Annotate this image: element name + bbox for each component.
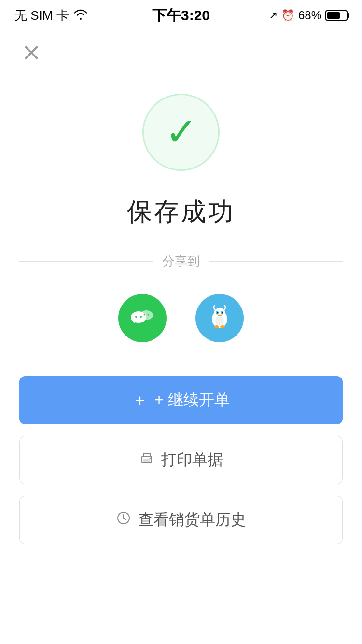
share-divider: 分享到 [19, 253, 343, 270]
svg-point-15 [220, 325, 225, 328]
share-label: 分享到 [162, 253, 200, 270]
print-button[interactable]: 打印单据 [19, 436, 343, 484]
action-buttons: ＋ + 继续开单 打印单据 查看销货单历史 [19, 376, 343, 544]
main-content: ✓ 保存成功 分享到 [0, 74, 362, 644]
view-history-button[interactable]: 查看销货单历史 [19, 496, 343, 544]
location-icon: ↗ [269, 9, 278, 22]
svg-point-5 [148, 314, 149, 316]
svg-point-1 [139, 310, 153, 320]
status-bar-time: 下午3:20 [152, 6, 210, 26]
battery-fill [327, 12, 340, 19]
divider-left [19, 261, 153, 262]
qq-icon [205, 304, 234, 333]
battery-bar [325, 10, 348, 21]
success-icon-circle: ✓ [142, 94, 220, 171]
status-bar: 无 SIM 卡 下午3:20 ↗ ⏰ 68% [0, 0, 362, 31]
share-icons-row [118, 294, 244, 342]
svg-point-13 [215, 316, 224, 325]
svg-point-18 [150, 458, 151, 459]
view-history-label: 查看销货单历史 [138, 509, 246, 531]
continue-order-label: + 继续开单 [154, 390, 230, 411]
wifi-icon [74, 8, 87, 23]
status-bar-right: ↗ ⏰ 68% [269, 9, 348, 22]
wechat-icon [128, 304, 157, 333]
svg-point-11 [222, 312, 223, 314]
alarm-icon: ⏰ [281, 9, 294, 22]
svg-point-10 [217, 312, 219, 314]
svg-point-2 [135, 316, 137, 318]
status-bar-left: 无 SIM 卡 [14, 7, 87, 24]
print-label: 打印单据 [161, 449, 223, 471]
svg-rect-17 [143, 459, 150, 462]
carrier-label: 无 SIM 卡 [14, 7, 69, 24]
svg-point-4 [144, 314, 145, 316]
printer-icon [139, 450, 154, 470]
divider-right [209, 261, 343, 262]
plus-icon: ＋ [132, 390, 148, 411]
wechat-share-button[interactable] [118, 294, 167, 342]
svg-point-14 [214, 325, 219, 328]
continue-order-button[interactable]: ＋ + 继续开单 [19, 376, 343, 424]
svg-point-3 [140, 316, 142, 318]
success-title: 保存成功 [127, 195, 235, 229]
history-icon [116, 510, 131, 530]
battery-percent: 68% [298, 9, 321, 22]
checkmark-icon: ✓ [165, 113, 197, 152]
close-button-container [0, 31, 362, 74]
close-icon[interactable] [19, 41, 43, 65]
qq-share-button[interactable] [195, 294, 244, 342]
